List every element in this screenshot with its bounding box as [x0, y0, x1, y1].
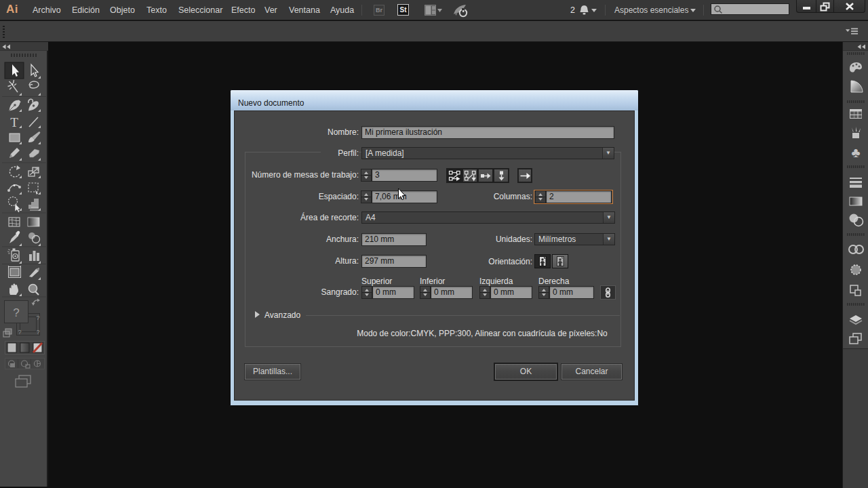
svg-text:♣: ♣	[851, 145, 860, 160]
svg-text:?: ?	[36, 314, 39, 321]
svg-text:?: ?	[13, 306, 19, 319]
svg-text:?: ?	[18, 329, 21, 336]
svg-text:?: ?	[36, 329, 39, 336]
svg-text:T: T	[10, 115, 18, 129]
